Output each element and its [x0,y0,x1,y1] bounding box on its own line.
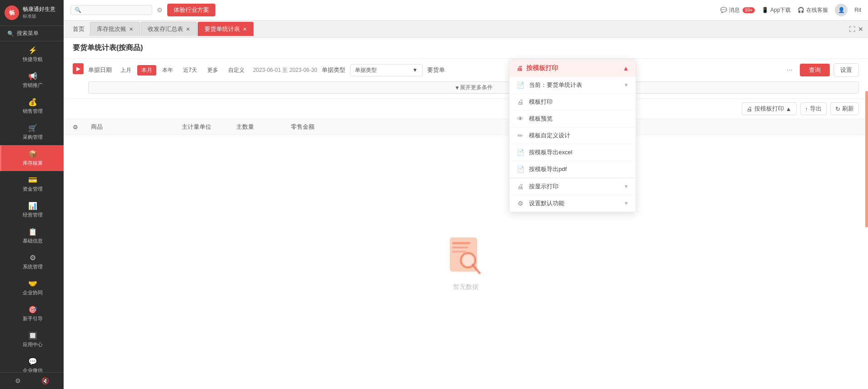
settings-button[interactable]: 设置 [833,63,859,77]
mute-icon[interactable]: 🔇 [41,377,49,384]
svg-rect-1 [452,242,470,244]
col-qty-header: 主数量 [236,123,291,131]
date-range-display: 2023-06-01 至 2023-06-30 [253,66,317,74]
topbar: 🔍 ⚙ 体验行业方案 💬 消息 99+ 📱 App下载 🎧 在线客服 👤 Rit [64,0,868,20]
page-header: 要货单统计表(按商品) [64,38,868,59]
dropdown-current-template[interactable]: 📄 当前：要货单统计表 ▼ [509,77,636,94]
app-download-button[interactable]: 📱 App下载 [762,6,791,14]
sidebar-item-wechat[interactable]: 💬 企业微信 [0,353,64,372]
sidebar-item-appstore[interactable]: 🔲 应用中心 [0,327,64,353]
template-design-icon: ✏ [516,132,524,139]
current-template-chevron: ▼ [624,82,629,88]
dropdown-close-chevron[interactable]: ▲ [623,65,629,72]
sidebar-item-system[interactable]: ⚙ 系统管理 [0,249,64,275]
custom-date-btn[interactable]: 自定义 [224,65,249,76]
topbar-left: 🔍 ⚙ 体验行业方案 [70,4,720,16]
download-icon: 📱 [762,7,768,13]
col-gear-header[interactable]: ⚙ [73,124,91,131]
refresh-button[interactable]: ↻ 刷新 [830,102,859,115]
display-print-icon: 🖨 [516,183,524,190]
sidebar-item-marketing[interactable]: 📢 营销推广 [0,67,64,93]
more-date-btn[interactable]: 更多 [203,65,222,76]
collab-icon: 🤝 [28,279,37,288]
sidebar-item-inventory[interactable]: 📦 库存核算 [0,145,64,171]
dropdown-display-print[interactable]: 🖨 按显示打印 ▼ [509,178,636,195]
app-title: 畅康通好生意 [23,6,55,13]
dropdown-template-design[interactable]: ✏ 模板自定义设计 [509,127,636,144]
table-header: ⚙ 商品 主计量单位 主数量 零售金额 [64,119,868,135]
dropdown-header[interactable]: 🖨 按模板打印 ▲ [509,60,636,77]
dropdown-template-print[interactable]: 🖨 模板打印 [509,94,636,111]
tab-close-receipt-summary[interactable]: ✕ [186,26,190,32]
settings-icon[interactable]: ⚙ [15,377,21,384]
topbar-gear-icon[interactable]: ⚙ [157,6,163,14]
sidebar-item-finance[interactable]: 💳 资金管理 [0,171,64,197]
tab-home[interactable]: 首页 [68,25,89,33]
message-icon: 💬 [720,7,727,13]
wechat-icon: 💬 [28,357,37,366]
service-icon: 🎧 [798,7,804,13]
tab-maximize-button[interactable]: ⛶ [849,25,855,33]
user-name[interactable]: Rit [854,7,861,13]
current-month-btn[interactable]: 本月 [137,65,156,76]
sidebar-nav: ⚡ 快捷导航 📢 营销推广 💰 销售管理 🛒 采购管理 📦 库存核算 💳 资金管… [0,41,64,372]
tab-inventory-batch[interactable]: 库存批次账 ✕ [90,22,140,36]
template-print-icon: 🖨 [516,98,524,106]
query-button[interactable]: 查询 [800,64,830,76]
svg-point-6 [463,255,474,266]
template-excel-icon: 📄 [516,149,524,156]
empty-text: 暂无数据 [453,283,479,291]
tab-close-inventory-batch[interactable]: ✕ [129,26,133,32]
sidebar-item-purchase[interactable]: 🛒 采购管理 [0,119,64,145]
sidebar-item-basic[interactable]: 📋 基础信息 [0,223,64,249]
online-service-button[interactable]: 🎧 在线客服 [798,6,828,14]
sidebar-item-collab[interactable]: 🤝 企业协同 [0,275,64,301]
tabbar: 首页 库存批次账 ✕ 收发存汇总表 ✕ 要货单统计表 ✕ ⛶ ✕ [64,20,868,38]
main-content: 🔍 ⚙ 体验行业方案 💬 消息 99+ 📱 App下载 🎧 在线客服 👤 Rit [64,0,868,389]
tab-close-order-stats[interactable]: ✕ [243,26,247,32]
filter-collapse-btn[interactable]: ▶ [73,63,84,74]
last7-btn[interactable]: 近7天 [179,65,201,76]
dropdown-printer-icon: 🖨 [516,65,523,72]
tab-receipt-summary[interactable]: 收发存汇总表 ✕ [141,22,197,36]
app-subtitle: 标准版 [23,13,55,20]
dropdown-template-pdf[interactable]: 📄 按模板导出pdf [509,161,636,178]
order-type-select[interactable]: 单据类型 ▼ [350,64,423,76]
topbar-search-box[interactable]: 🔍 [70,5,152,15]
print-dropdown: 🖨 按模板打印 ▲ 📄 当前：要货单统计表 ▼ 🖨 模板打印 👁 模板预览 ✏ … [509,59,636,212]
user-avatar[interactable]: 👤 [835,4,848,16]
filter-bar: ▶ 单据日期 上月 本月 本年 近7天 更多 自定义 2023-06-01 至 … [64,59,868,99]
sidebar-item-operations[interactable]: 📊 经营管理 [0,197,64,223]
dropdown-template-excel[interactable]: 📄 按模板导出excel [509,144,636,161]
message-button[interactable]: 💬 消息 99+ [720,6,755,14]
avatar-icon: 👤 [838,7,845,13]
trial-button[interactable]: 体验行业方案 [167,4,215,16]
app-title-group: 畅康通好生意 标准版 [23,6,55,20]
select-chevron-icon: ▼ [412,67,418,73]
sidebar-item-sales[interactable]: 💰 销售管理 [0,93,64,119]
sidebar-item-shortcut[interactable]: ⚡ 快捷导航 [0,41,64,67]
order-goods-label: 要货单 [427,66,445,74]
tab-close-button[interactable]: ✕ [858,25,863,33]
tab-order-stats[interactable]: 要货单统计表 ✕ [198,22,254,36]
col-amount-header: 零售金额 [291,123,345,131]
prev-month-btn[interactable]: 上月 [116,65,135,76]
expand-icon: ▼ [454,85,460,91]
empty-illustration [443,233,489,283]
dropdown-set-default[interactable]: ⚙ 设置默认功能 ▼ [509,195,636,212]
sidebar-item-guide[interactable]: 🎯 新手引导 [0,301,64,327]
set-default-chevron: ▼ [624,200,629,207]
more-options-btn[interactable]: ··· [787,66,793,74]
export-button[interactable]: ↑ 导出 [800,102,827,115]
system-icon: ⚙ [30,253,36,262]
current-year-btn[interactable]: 本年 [158,65,177,76]
dropdown-template-preview[interactable]: 👁 模板预览 [509,111,636,127]
expand-more-btn[interactable]: ▼ 展开更多条件 [88,81,859,94]
sidebar: 畅 畅康通好生意 标准版 🔍 搜索菜单 ⚡ 快捷导航 📢 营销推广 💰 销售管理… [0,0,64,389]
empty-state: 暂无数据 [64,135,868,389]
sidebar-search[interactable]: 🔍 搜索菜单 [0,26,64,41]
print-template-btn[interactable]: 🖨 按模板打印 ▲ [742,102,797,115]
right-scrollbar[interactable] [865,91,868,227]
appstore-icon: 🔲 [28,331,37,340]
content-area: 暂无数据 [64,135,868,389]
